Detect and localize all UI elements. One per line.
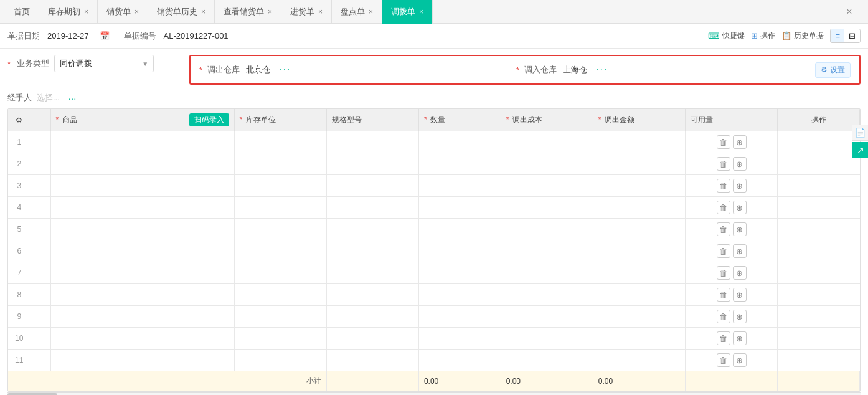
tab-inventory-check-close[interactable]: × [369, 7, 373, 16]
copy-row-icon[interactable]: ⊕ [733, 157, 747, 171]
copy-row-icon[interactable]: ⊕ [733, 244, 747, 258]
grid-view-button[interactable]: ⊟ [844, 29, 860, 42]
qty-cell[interactable] [326, 350, 418, 371]
unit-cell[interactable] [184, 262, 234, 284]
spec-cell[interactable] [234, 175, 326, 197]
list-view-button[interactable]: ≡ [831, 29, 844, 42]
copy-row-icon[interactable]: ⊕ [733, 222, 747, 236]
unit-cell[interactable] [184, 306, 234, 328]
shortcut-button[interactable]: ⌨ 快捷键 [708, 31, 745, 41]
product-cell[interactable] [31, 131, 50, 153]
product-cell[interactable] [31, 328, 50, 350]
tab-sales-history[interactable]: 销货单历史 × [148, 0, 215, 24]
copy-row-icon[interactable]: ⊕ [733, 310, 747, 323]
product-cell[interactable] [31, 219, 50, 240]
delete-row-icon[interactable]: 🗑 [717, 266, 730, 280]
amount-cell[interactable] [501, 219, 593, 240]
delete-row-icon[interactable]: 🗑 [717, 222, 730, 236]
product-cell[interactable] [31, 153, 50, 175]
cost-cell[interactable] [418, 306, 501, 328]
qty-cell[interactable] [326, 153, 418, 175]
cost-cell[interactable] [418, 219, 501, 240]
qty-cell[interactable] [326, 197, 418, 219]
spec-cell[interactable] [234, 262, 326, 284]
in-warehouse-more-icon[interactable]: ··· [596, 64, 608, 75]
col-settings-header[interactable]: ⚙ [8, 109, 31, 131]
qty-cell[interactable] [326, 131, 418, 153]
delete-row-icon[interactable]: 🗑 [717, 135, 730, 149]
product-cell[interactable] [31, 262, 50, 284]
delete-row-icon[interactable]: 🗑 [717, 353, 730, 367]
qty-cell[interactable] [326, 219, 418, 240]
cost-cell[interactable] [418, 262, 501, 284]
cost-cell[interactable] [418, 350, 501, 371]
tab-purchase[interactable]: 进货单 × [281, 0, 332, 24]
amount-cell[interactable] [501, 306, 593, 328]
product-cell[interactable] [31, 197, 50, 219]
delete-row-icon[interactable]: 🗑 [717, 288, 730, 302]
cost-cell[interactable] [418, 328, 501, 350]
spec-cell[interactable] [234, 131, 326, 153]
copy-row-icon[interactable]: ⊕ [733, 135, 747, 149]
spec-cell[interactable] [234, 350, 326, 371]
product-cell[interactable] [31, 284, 50, 306]
unit-cell[interactable] [184, 350, 234, 371]
copy-row-icon[interactable]: ⊕ [733, 201, 747, 214]
delete-row-icon[interactable]: 🗑 [717, 331, 730, 345]
tab-purchase-close[interactable]: × [318, 7, 323, 16]
tab-inventory-init-close[interactable]: × [84, 7, 88, 16]
spec-cell[interactable] [234, 306, 326, 328]
history-button[interactable]: 📋 历史单据 [781, 31, 824, 41]
unit-cell[interactable] [184, 219, 234, 240]
spec-cell[interactable] [234, 240, 326, 262]
unit-cell[interactable] [184, 240, 234, 262]
person-select[interactable]: 选择... [37, 92, 60, 103]
spec-cell[interactable] [234, 219, 326, 240]
ops-button[interactable]: ⊞ 操作 [751, 31, 775, 41]
tab-inventory-check[interactable]: 盘点单 × [332, 0, 382, 24]
tab-view-sales-close[interactable]: × [268, 7, 272, 16]
scan-button[interactable]: 扫码录入 [189, 113, 229, 126]
unit-cell[interactable] [184, 197, 234, 219]
unit-cell[interactable] [184, 284, 234, 306]
window-close-button[interactable]: × [841, 3, 858, 21]
tab-transfer[interactable]: 调拨单 × [382, 0, 433, 24]
amount-cell[interactable] [501, 262, 593, 284]
delete-row-icon[interactable]: 🗑 [717, 310, 730, 323]
tab-sales-order-close[interactable]: × [134, 7, 139, 16]
amount-cell[interactable] [501, 284, 593, 306]
qty-cell[interactable] [326, 328, 418, 350]
copy-row-icon[interactable]: ⊕ [733, 331, 747, 345]
product-cell[interactable] [31, 175, 50, 197]
spec-cell[interactable] [234, 153, 326, 175]
qty-cell[interactable] [326, 306, 418, 328]
side-expand-icon[interactable]: ↗ [852, 142, 868, 158]
copy-row-icon[interactable]: ⊕ [733, 353, 747, 367]
tab-inventory-init[interactable]: 库存期初 × [39, 0, 98, 24]
unit-cell[interactable] [184, 153, 234, 175]
side-doc-icon[interactable]: 📄 [852, 125, 868, 141]
tab-sales-order[interactable]: 销货单 × [98, 0, 148, 24]
copy-row-icon[interactable]: ⊕ [733, 288, 747, 302]
qty-cell[interactable] [326, 240, 418, 262]
tab-home[interactable]: 首页 [5, 0, 39, 24]
person-more-icon[interactable]: ··· [68, 93, 77, 103]
tab-transfer-close[interactable]: × [419, 7, 423, 16]
cost-cell[interactable] [418, 284, 501, 306]
cost-cell[interactable] [418, 175, 501, 197]
product-cell[interactable] [31, 240, 50, 262]
qty-cell[interactable] [326, 175, 418, 197]
amount-cell[interactable] [501, 240, 593, 262]
unit-cell[interactable] [184, 328, 234, 350]
cost-cell[interactable] [418, 197, 501, 219]
spec-cell[interactable] [234, 284, 326, 306]
amount-cell[interactable] [501, 328, 593, 350]
amount-cell[interactable] [501, 175, 593, 197]
business-type-select[interactable]: 同价调拨 ▼ [54, 55, 154, 72]
product-cell[interactable] [31, 350, 50, 371]
delete-row-icon[interactable]: 🗑 [717, 157, 730, 171]
unit-cell[interactable] [184, 175, 234, 197]
qty-cell[interactable] [326, 262, 418, 284]
amount-cell[interactable] [501, 350, 593, 371]
cost-cell[interactable] [418, 240, 501, 262]
